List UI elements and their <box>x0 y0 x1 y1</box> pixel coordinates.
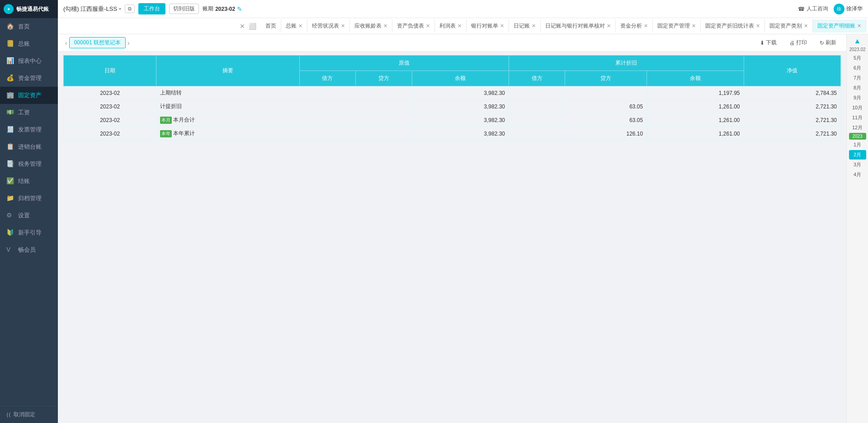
sidebar-item-purchase-sales[interactable]: 📋进销台账 <box>0 138 58 155</box>
timeline-month-10月[interactable]: 10月 <box>849 103 866 113</box>
timeline-month-8月[interactable]: 8月 <box>849 83 866 93</box>
tab-日记账[interactable]: 日记账✕ <box>509 19 541 33</box>
company-dropdown-icon[interactable]: ▾ <box>119 6 121 11</box>
timeline-month-2月[interactable]: 2月 <box>849 150 866 160</box>
content-area: ‹ 000001 联想笔记本 › ⬇下载🖨打印↻刷新 日期 摘要 原值 累计折旧… <box>58 34 868 423</box>
cell-desc: 本年本年累计 <box>156 127 299 141</box>
timeline-scroll-up[interactable]: ▲ <box>853 36 862 46</box>
tab-close-日记账与银行对账单核对[interactable]: ✕ <box>607 23 611 29</box>
tab-经营状况表[interactable]: 经营状况表✕ <box>307 19 350 33</box>
avatar: 徐 <box>834 4 844 14</box>
cell-leiji-debit <box>509 86 565 100</box>
sidebar-item-settings[interactable]: ⚙设置 <box>0 207 58 224</box>
timeline-month-4月[interactable]: 4月 <box>849 170 866 179</box>
cell-yuanzhi-balance: 3,982.30 <box>412 86 509 100</box>
cell-leiji-debit <box>509 113 565 127</box>
tax-icon: 📑 <box>6 160 14 168</box>
sidebar-logo: ✦ 畅捷通易代账 <box>0 0 58 18</box>
tab-应收账龄表[interactable]: 应收账龄表✕ <box>350 19 392 33</box>
workbench-button[interactable]: 工作台 <box>138 3 165 14</box>
下载-button[interactable]: ⬇下载 <box>755 37 781 48</box>
copy-company-button[interactable]: ⧉ <box>125 5 135 13</box>
sidebar-item-member[interactable]: V畅会员 <box>0 241 58 258</box>
tab-close-银行对账单[interactable]: ✕ <box>500 23 504 29</box>
timeline-month-11月[interactable]: 11月 <box>849 113 866 122</box>
tab-close-固定资产折旧统计表[interactable]: ✕ <box>756 23 760 29</box>
tab-固定资产管理[interactable]: 固定资产管理✕ <box>653 19 701 33</box>
cell-yuanzhi-credit <box>356 113 412 127</box>
company-name: (勾稽) 江西服垂-LSS <box>63 5 117 13</box>
edit-period-icon[interactable]: ✎ <box>237 5 242 13</box>
打印-button[interactable]: 🖨打印 <box>785 37 811 48</box>
logo-text: 畅捷通易代账 <box>16 5 49 13</box>
tab-close-固定资产类别[interactable]: ✕ <box>804 23 808 29</box>
switch-version-button[interactable]: 切到旧版 <box>169 4 199 14</box>
home-icon: 🏠 <box>6 23 14 31</box>
tabbar: 首页总账✕经营状况表✕应收账龄表✕资产负债表✕利润表✕银行对账单✕日记账✕日记账… <box>58 18 868 34</box>
tab-利润表[interactable]: 利润表✕ <box>435 19 467 33</box>
cell-leiji-credit: 63.05 <box>565 100 647 113</box>
breadcrumb-next[interactable]: › <box>126 39 132 47</box>
tab-固定资产类别[interactable]: 固定资产类别✕ <box>765 19 813 33</box>
sidebar-unpin[interactable]: ⟨⟨ 取消固定 <box>0 406 58 423</box>
tab-close-应收账龄表[interactable]: ✕ <box>383 23 387 29</box>
funds-icon: 💰 <box>6 74 14 82</box>
tab-close-经营状况表[interactable]: ✕ <box>341 23 345 29</box>
tab-close-all[interactable]: ✕ <box>239 22 246 31</box>
tab-close-利润表[interactable]: ✕ <box>458 23 462 29</box>
cell-leiji-balance: 1,261.00 <box>647 127 744 141</box>
sidebar-item-archive[interactable]: 📁归档管理 <box>0 190 58 207</box>
customer-service[interactable]: ☎ 人工咨询 <box>798 5 828 13</box>
sidebar-item-guide[interactable]: 🔰新手引导 <box>0 224 58 241</box>
cell-leiji-balance: 1,197.95 <box>647 86 744 100</box>
col-yuanzhi: 原值 <box>299 56 509 71</box>
sidebar-item-invoice[interactable]: 🧾发票管理 <box>0 121 58 138</box>
tab-总账[interactable]: 总账✕ <box>281 19 307 33</box>
tab-close-总账[interactable]: ✕ <box>298 23 302 29</box>
tab-银行对账单[interactable]: 银行对账单✕ <box>467 19 509 33</box>
tab-首页[interactable]: 首页 <box>261 19 281 33</box>
tab-固定资产折旧统计表[interactable]: 固定资产折旧统计表✕ <box>701 19 765 33</box>
sidebar-item-funds[interactable]: 💰资金管理 <box>0 70 58 87</box>
打印-icon: 🖨 <box>789 40 795 46</box>
sidebar-item-tax[interactable]: 📑税务管理 <box>0 155 58 173</box>
tab-资产负债表[interactable]: 资产负债表✕ <box>392 19 435 33</box>
刷新-button[interactable]: ↻刷新 <box>815 37 841 48</box>
tab-maximize[interactable]: ⬜ <box>248 22 257 31</box>
timeline-month-5月[interactable]: 5月 <box>849 53 866 63</box>
reports-icon: 📊 <box>6 57 14 65</box>
sidebar-nav: 🏠首页📒总账📊报表中心💰资金管理🏢固定资产💵工资🧾发票管理📋进销台账📑税务管理✅… <box>0 18 58 406</box>
settlement-icon: ✅ <box>6 177 14 185</box>
timeline-month-12月[interactable]: 12月 <box>849 123 866 132</box>
sidebar-item-settlement[interactable]: ✅结账 <box>0 173 58 190</box>
tab-close-固定资产管理[interactable]: ✕ <box>692 23 696 29</box>
col-leiji: 累计折旧 <box>509 56 744 71</box>
timeline-month-9月[interactable]: 9月 <box>849 93 866 103</box>
sidebar-item-salary[interactable]: 💵工资 <box>0 104 58 121</box>
timeline-month-1月[interactable]: 1月 <box>849 140 866 150</box>
tab-close-固定资产明细账[interactable]: ✕ <box>857 23 861 29</box>
cell-leiji-credit <box>565 86 647 100</box>
user-profile[interactable]: 徐 徐泽华 <box>834 4 863 14</box>
sidebar-item-reports[interactable]: 📊报表中心 <box>0 52 58 70</box>
sidebar-item-home[interactable]: 🏠首页 <box>0 18 58 35</box>
cell-desc: 计提折旧 <box>156 100 299 113</box>
sidebar-item-fixed-assets[interactable]: 🏢固定资产 <box>0 87 58 104</box>
breadcrumb-asset[interactable]: 000001 联想笔记本 <box>69 37 126 48</box>
cell-net-value: 2,721.30 <box>744 113 840 127</box>
cell-date: 2023-02 <box>64 113 156 127</box>
main-area: (勾稽) 江西服垂-LSS ▾ ⧉ 工作台 切到旧版 账期 2023-02 ✎ … <box>58 0 868 423</box>
tab-close-日记账[interactable]: ✕ <box>532 23 536 29</box>
tab-资金分析[interactable]: 资金分析✕ <box>616 19 653 33</box>
table-row: 2023-02 上期结转 3,982.30 1,197.95 2,784.35 <box>64 86 841 100</box>
tab-固定资产明细账[interactable]: 固定资产明细账✕ <box>813 19 866 33</box>
archive-icon: 📁 <box>6 194 14 202</box>
tab-close-资产负债表[interactable]: ✕ <box>426 23 430 29</box>
tab-close-资金分析[interactable]: ✕ <box>644 23 648 29</box>
sidebar-item-ledger[interactable]: 📒总账 <box>0 35 58 52</box>
tab-日记账与银行对账单核对[interactable]: 日记账与银行对账单核对✕ <box>541 19 616 33</box>
timeline-month-6月[interactable]: 6月 <box>849 63 866 73</box>
timeline-month-3月[interactable]: 3月 <box>849 160 866 169</box>
breadcrumb-prev[interactable]: ‹ <box>63 39 69 47</box>
timeline-month-7月[interactable]: 7月 <box>849 73 866 83</box>
